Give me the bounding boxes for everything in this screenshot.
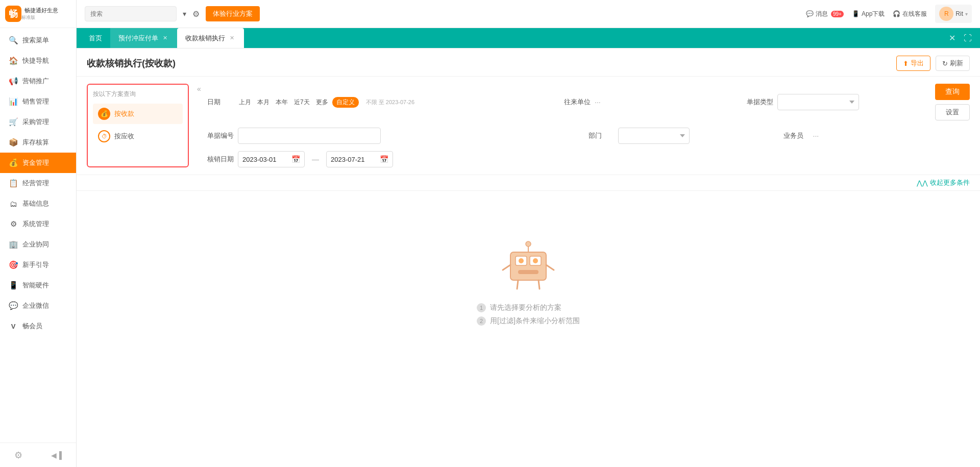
filter-type-receipt[interactable]: 💰 按收款	[93, 104, 183, 124]
app-download-label: App下载	[862, 10, 885, 18]
empty-tips: 1 请先选择要分析的方案 2 用[过滤]条件来缩小分析范围	[477, 303, 580, 326]
sidebar-item-vip[interactable]: V 畅会员	[0, 316, 76, 336]
sidebar-item-sales[interactable]: 📊 销售管理	[0, 91, 76, 112]
sidebar-item-quick-nav[interactable]: 🏠 快捷导航	[0, 51, 76, 71]
department-select[interactable]	[618, 128, 690, 144]
tip-num-2: 2	[477, 316, 486, 326]
page-container: 收款核销执行(按收款) ⬆ 导出 ↻ 刷新 按以下方案查询	[77, 48, 980, 467]
shortcut-more[interactable]: 更多	[314, 97, 330, 108]
enterprise-icon: 🏢	[8, 239, 18, 250]
setting-btn[interactable]: 设置	[935, 104, 970, 120]
filter-collapse-btn[interactable]: «	[197, 84, 207, 167]
sidebar-item-hardware[interactable]: 📱 智能硬件	[0, 275, 76, 296]
shortcut-custom[interactable]: 自定义	[332, 97, 359, 108]
counterpart-field: 往来单位 ···	[564, 97, 739, 107]
avatar: R	[939, 7, 953, 21]
empty-tip-2-text: 用[过滤]条件来缩小分析范围	[490, 316, 580, 326]
sidebar-label-hardware: 智能硬件	[22, 281, 49, 290]
header-right: 💬 消息 99+ 📱 App下载 🎧 在线客服 R Rit ▾	[806, 5, 972, 23]
shortcut-last-month[interactable]: 上月	[237, 97, 253, 108]
online-service-item[interactable]: 🎧 在线客服	[893, 10, 927, 18]
counterpart-select[interactable]: ···	[595, 98, 601, 106]
header-gear-btn[interactable]: ⚙	[192, 9, 200, 19]
user-dropdown-icon: ▾	[965, 11, 968, 17]
refresh-btn[interactable]: ↻ 刷新	[936, 56, 970, 71]
doc-number-field: 单据编号	[207, 128, 580, 144]
sidebar-item-finance[interactable]: 💰 资金管理	[0, 153, 76, 173]
staff-label: 业务员	[783, 131, 809, 140]
app-download-icon: 📱	[852, 10, 860, 17]
message-badge: 99+	[831, 11, 844, 17]
department-field: 部门	[589, 128, 775, 144]
query-btn[interactable]: 查询	[935, 84, 970, 100]
purchase-icon: 🛒	[8, 117, 18, 127]
sidebar-item-enterprise[interactable]: 🏢 企业协同	[0, 234, 76, 255]
sidebar-label-basic-info: 基础信息	[22, 199, 49, 208]
sidebar-item-basic-info[interactable]: 🗂 基础信息	[0, 193, 76, 214]
tab-maximize-btn[interactable]: ⛶	[962, 32, 974, 45]
marketing-icon: 📢	[8, 76, 18, 86]
sidebar-item-marketing[interactable]: 📢 营销推广	[0, 71, 76, 91]
sidebar: 畅 畅捷通好生意 标准版 🔍 搜索菜单 🏠 快捷导航 📢 营销推广 📊 销售管理…	[0, 0, 77, 467]
sidebar-item-wechat[interactable]: 💬 企业微信	[0, 296, 76, 316]
doc-number-input[interactable]	[238, 128, 381, 144]
verify-date-field: 核销日期 📅 — 📅	[207, 151, 970, 167]
tab-collection-close[interactable]: ✕	[228, 34, 236, 42]
staff-select[interactable]: ···	[813, 132, 819, 140]
solution-btn[interactable]: 体验行业方案	[206, 6, 260, 21]
collapse-more-btn[interactable]: ⋀⋀ 收起更多条件	[917, 178, 970, 187]
tab-bar: 首页 预付冲应付单 ✕ 收款核销执行 ✕ ✕ ⛶	[77, 28, 980, 48]
svg-rect-5	[518, 270, 538, 274]
filter-row-1: 日期 上月 本月 本年 近7天 更多 自定义	[207, 84, 970, 120]
tab-home-label: 首页	[89, 34, 102, 43]
sidebar-label-marketing: 营销推广	[22, 77, 49, 86]
empty-tip-2: 2 用[过滤]条件来缩小分析范围	[477, 316, 580, 326]
operations-icon: 📋	[8, 178, 18, 188]
verify-date-end-calendar-icon[interactable]: 📅	[380, 155, 388, 163]
sidebar-item-guide[interactable]: 🎯 新手引导	[0, 255, 76, 275]
filter-type-receivable[interactable]: ⏱ 按应收	[93, 126, 183, 146]
tab-prepay[interactable]: 预付冲应付单 ✕	[110, 28, 177, 48]
refresh-label: 刷新	[950, 59, 963, 68]
date-range-separator: —	[312, 155, 319, 163]
collapse-sidebar-icon[interactable]: ◀▐	[49, 449, 64, 461]
tab-collection[interactable]: 收款核销执行 ✕	[177, 28, 244, 48]
tab-home[interactable]: 首页	[81, 28, 110, 48]
user-area[interactable]: R Rit ▾	[935, 5, 972, 23]
date-shortcuts: 上月 本月 本年 近7天 更多 自定义	[237, 97, 359, 108]
filter-section-title: 按以下方案查询	[93, 90, 183, 99]
department-label: 部门	[589, 131, 614, 140]
sidebar-label-quick-nav: 快捷导航	[22, 56, 49, 65]
settings-bottom-icon[interactable]: ⚙	[12, 448, 24, 463]
sidebar-item-system[interactable]: ⚙ 系统管理	[0, 214, 76, 234]
shortcut-7days[interactable]: 近7天	[292, 97, 312, 108]
sidebar-label-system: 系统管理	[22, 219, 49, 229]
sidebar-item-inventory[interactable]: 📦 库存核算	[0, 132, 76, 153]
sidebar-label-wechat: 企业微信	[22, 301, 49, 310]
header-dropdown-btn[interactable]: ▾	[183, 10, 186, 18]
tab-prepay-close[interactable]: ✕	[161, 34, 169, 42]
filter-more-area: ⋀⋀ 收起更多条件	[77, 175, 980, 191]
date-group: 上月 本月 本年 近7天 更多 自定义 不限 至 2023-07-26	[237, 97, 556, 108]
sidebar-logo: 畅 畅捷通好生意 标准版	[0, 0, 76, 28]
app-download-item[interactable]: 📱 App下载	[852, 10, 885, 18]
sidebar-item-operations[interactable]: 📋 经营管理	[0, 173, 76, 193]
export-btn[interactable]: ⬆ 导出	[896, 56, 930, 71]
verify-date-start-input[interactable]	[242, 156, 288, 163]
verify-date-end-input[interactable]	[331, 156, 377, 163]
doc-type-select[interactable]	[777, 94, 859, 110]
date-field: 日期 上月 本月 本年 近7天 更多 自定义	[207, 97, 556, 108]
sidebar-menu: 🔍 搜索菜单 🏠 快捷导航 📢 营销推广 📊 销售管理 🛒 采购管理 📦 库存核…	[0, 28, 76, 443]
sidebar-item-search[interactable]: 🔍 搜索菜单	[0, 30, 76, 51]
header-search-input[interactable]	[85, 6, 177, 21]
sidebar-item-purchase[interactable]: 🛒 采购管理	[0, 112, 76, 132]
shortcut-this-year[interactable]: 本年	[274, 97, 290, 108]
tab-close-all-btn[interactable]: ✕	[947, 31, 958, 45]
shortcut-this-month[interactable]: 本月	[255, 97, 272, 108]
message-item[interactable]: 💬 消息 99+	[806, 10, 844, 18]
doc-type-field: 单据类型	[747, 94, 921, 110]
empty-state: 1 请先选择要分析的方案 2 用[过滤]条件来缩小分析范围	[77, 191, 980, 366]
sidebar-bottom: ⚙ ◀▐	[0, 443, 76, 467]
verify-date-start-calendar-icon[interactable]: 📅	[291, 155, 300, 163]
svg-line-11	[538, 280, 540, 289]
